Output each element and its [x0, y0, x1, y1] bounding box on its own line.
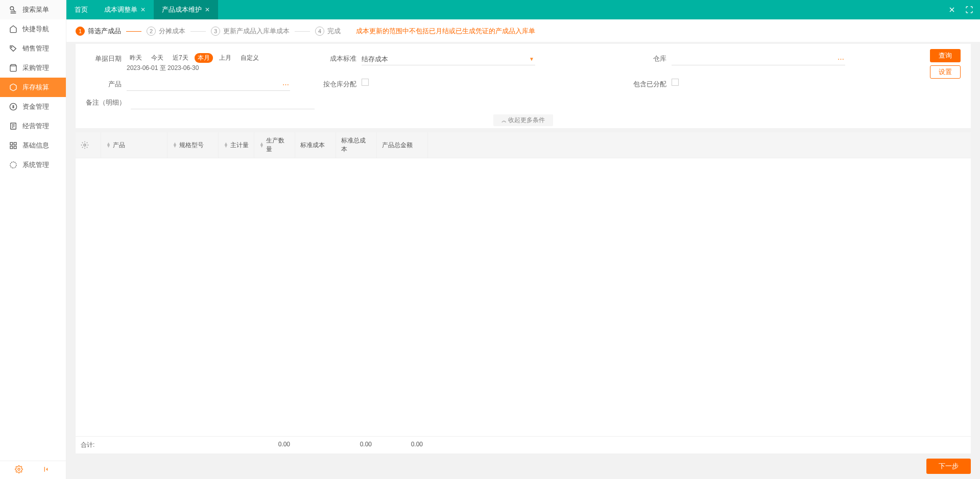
include-allocated-label: 包含已分配: [631, 79, 666, 89]
by-warehouse-checkbox[interactable]: [362, 79, 369, 86]
sidebar-item-label: 资金管理: [22, 102, 49, 111]
date-quick-btn[interactable]: 近7天: [170, 53, 192, 63]
remark-input[interactable]: [131, 97, 315, 109]
tab-2[interactable]: 产品成本维护✕: [154, 0, 218, 19]
sidebar-item-5[interactable]: 资金管理: [0, 97, 66, 116]
sidebar-item-label: 经营管理: [22, 122, 49, 131]
date-quick-btn[interactable]: 今天: [148, 53, 166, 63]
chevron-down-icon: ▼: [529, 56, 534, 62]
sidebar-item-label: 销售管理: [22, 44, 49, 53]
cost-std-label: 成本标准: [321, 53, 356, 63]
close-icon[interactable]: ✕: [205, 6, 210, 13]
svg-point-15: [10, 162, 16, 168]
close-tab-action[interactable]: [944, 2, 960, 17]
sidebar-item-1[interactable]: 快捷导航: [0, 19, 66, 39]
steps-warning: 成本更新的范围中不包括已月结或已生成凭证的产成品入库单: [356, 27, 535, 36]
footer-total: 0.00: [377, 437, 428, 453]
sidebar-item-6[interactable]: 经营管理: [0, 116, 66, 136]
tab-label: 成本调整单: [104, 5, 137, 14]
query-button[interactable]: 查询: [930, 49, 961, 62]
step-label: 更新产成品入库单成本: [223, 27, 290, 36]
close-icon[interactable]: ✕: [140, 6, 146, 13]
tab-0[interactable]: 首页: [66, 0, 96, 19]
svg-rect-17: [44, 467, 44, 471]
sidebar-item-label: 系统管理: [22, 160, 49, 170]
sidebar-item-7[interactable]: 基础信息: [0, 136, 66, 155]
sort-icon: ▲▼: [224, 142, 228, 148]
step-num: 2: [147, 27, 156, 36]
settings-button[interactable]: 设置: [930, 65, 961, 79]
sidebar: 搜索菜单快捷导航销售管理采购管理库存核算资金管理经营管理基础信息系统管理: [0, 0, 66, 479]
step-num: 3: [211, 27, 220, 36]
product-select[interactable]: ⋯: [127, 79, 290, 91]
include-allocated-checkbox[interactable]: [672, 79, 679, 86]
by-warehouse-label: 按仓库分配: [321, 79, 356, 89]
home-icon: [9, 25, 17, 33]
remark-label: 备注（明细）: [86, 97, 126, 107]
date-quick-btn[interactable]: 自定义: [237, 53, 262, 63]
sidebar-item-4[interactable]: 库存核算: [0, 78, 66, 97]
sidebar-item-label: 快捷导航: [22, 25, 49, 34]
money-icon: [9, 103, 17, 111]
more-icon[interactable]: ⋯: [282, 81, 289, 88]
column-qty[interactable]: ▲▼生产数量: [254, 132, 295, 158]
cart-icon: [9, 64, 17, 72]
sidebar-item-label: 基础信息: [22, 141, 49, 150]
svg-rect-14: [10, 146, 13, 149]
chevron-up-icon: ︽: [501, 117, 507, 123]
step-num: 4: [315, 27, 324, 36]
step-label: 完成: [327, 27, 341, 36]
date-quick-btn[interactable]: 昨天: [127, 53, 145, 63]
date-from[interactable]: 2023-06-01: [127, 64, 158, 71]
footer-blank: [295, 437, 336, 453]
column-spec[interactable]: ▲▼规格型号: [168, 132, 219, 158]
more-icon[interactable]: ⋯: [838, 55, 844, 63]
step-label: 筛选产成品: [88, 27, 121, 36]
svg-line-1: [13, 10, 15, 11]
date-label: 单据日期: [86, 53, 122, 63]
column-product[interactable]: ▲▼产品: [101, 132, 168, 158]
report-icon: [9, 122, 17, 130]
step-label: 分摊成本: [159, 27, 185, 36]
gear-icon[interactable]: [81, 141, 89, 149]
sidebar-item-3[interactable]: 采购管理: [0, 58, 66, 78]
column-unit[interactable]: ▲▼主计量: [219, 132, 254, 158]
tab-label: 首页: [75, 5, 88, 14]
date-quick-btn[interactable]: 上月: [216, 53, 234, 63]
footer-blank: [219, 437, 254, 453]
tab-label: 产品成本维护: [162, 5, 202, 14]
sort-icon: ▲▼: [106, 142, 111, 148]
table-body: [76, 158, 971, 436]
footer-label: 合计:: [76, 437, 101, 453]
sidebar-item-0[interactable]: 搜索菜单: [0, 0, 66, 19]
collapse-filters[interactable]: ︽ 收起更多条件: [76, 112, 971, 128]
steps-bar: 1筛选产成品2分摊成本3更新产成品入库单成本4完成 成本更新的范围中不包括已月结…: [66, 19, 980, 42]
svg-point-0: [10, 7, 14, 10]
svg-rect-13: [14, 146, 16, 149]
warehouse-select[interactable]: ⋯: [672, 53, 845, 65]
svg-point-16: [18, 468, 20, 470]
settings-icon[interactable]: [15, 465, 23, 475]
next-button[interactable]: 下一步: [926, 459, 971, 474]
tab-1[interactable]: 成本调整单✕: [96, 0, 154, 19]
footer-blank: [168, 437, 219, 453]
svg-rect-12: [14, 142, 16, 145]
cost-std-select[interactable]: 结存成本 ▼: [362, 53, 535, 65]
sort-icon: ▲▼: [173, 142, 177, 148]
collapse-sidebar-icon[interactable]: [43, 465, 51, 475]
step-num: 1: [76, 27, 85, 36]
sidebar-item-8[interactable]: 系统管理: [0, 155, 66, 175]
search-list-icon: [9, 6, 17, 14]
column-total_amt: 产品总金额: [377, 132, 428, 158]
svg-point-4: [11, 47, 12, 47]
sidebar-item-2[interactable]: 销售管理: [0, 39, 66, 58]
step-1: 2分摊成本: [147, 27, 185, 36]
svg-point-20: [84, 144, 86, 146]
box-icon: [9, 83, 17, 91]
date-to[interactable]: 2023-06-30: [168, 64, 199, 71]
fullscreen-action[interactable]: [962, 2, 977, 17]
footer-std-total: 0.00: [336, 437, 377, 453]
sidebar-item-label: 搜索菜单: [22, 5, 49, 14]
date-quick-btn[interactable]: 本月: [195, 53, 213, 63]
column-std_total: 标准总成本: [336, 132, 377, 158]
